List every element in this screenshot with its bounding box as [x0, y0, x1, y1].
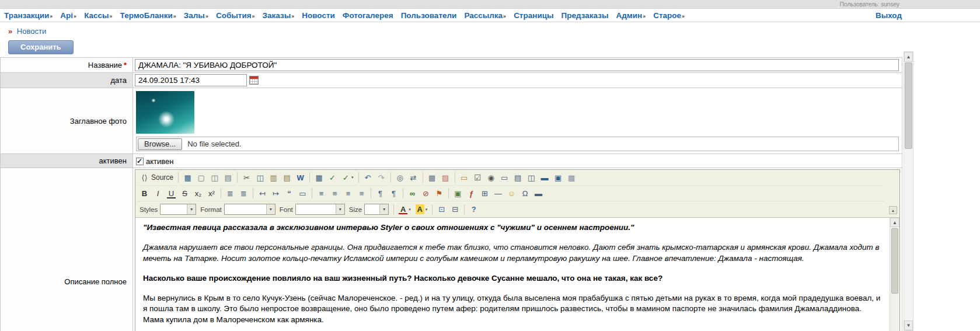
editor-content-body[interactable]: "Известная певица рассказала в эксклюзив… [135, 218, 890, 331]
editor-scrollbar-thumb[interactable] [891, 228, 898, 294]
button-field-button[interactable]: ▬ [539, 171, 551, 184]
bold-button[interactable]: B [138, 187, 151, 200]
format-combo-box[interactable]: ▾ [224, 204, 275, 215]
text-field-button[interactable]: ▭ [498, 171, 511, 184]
page-scrollbar-track[interactable] [904, 62, 913, 320]
anchor-button[interactable]: ⚑ [433, 187, 445, 200]
paste-word-button[interactable]: W [294, 171, 306, 184]
styles-combo-box[interactable]: ▾ [160, 204, 196, 215]
replace-button[interactable]: ⇄ [407, 171, 420, 184]
outdent-button[interactable]: ↤ [256, 187, 268, 200]
print-button[interactable]: ▦ [313, 171, 325, 184]
templates-button[interactable]: ▤ [222, 171, 234, 184]
about-button[interactable]: ? [468, 203, 480, 216]
editor-scroll-up-button[interactable]: ▲ [890, 218, 899, 227]
checkbox-field-button[interactable]: ☑ [472, 171, 484, 184]
source-button[interactable]: ⟨⟩Source [138, 171, 175, 184]
bg-color-button[interactable]: A▾ [414, 203, 430, 216]
chevron-down-icon[interactable]: ▾ [379, 204, 388, 214]
format-combo[interactable]: Format ▾ [200, 204, 275, 215]
smiley-button[interactable]: ☺ [505, 187, 518, 200]
nav-item-novosti[interactable]: Новости [302, 11, 335, 20]
create-div-button[interactable]: ▭ [297, 187, 309, 200]
spellcheck-button[interactable]: ✓ [326, 171, 339, 184]
nav-item-api[interactable]: Api» [60, 11, 76, 20]
chevron-down-icon[interactable]: ▾ [266, 204, 275, 214]
editor-scrollbar[interactable]: ▲ [890, 218, 899, 331]
text-color-button[interactable]: A▾ [397, 203, 413, 216]
nav-item-polzovateli[interactable]: Пользователи [401, 11, 457, 20]
textarea-field-button[interactable]: ▤ [512, 171, 524, 184]
nav-item-stranicy[interactable]: Страницы [514, 11, 553, 20]
calendar-icon[interactable] [249, 76, 259, 85]
image-button-field-button[interactable]: ▣ [552, 171, 564, 184]
font-combo[interactable]: Font ▾ [280, 204, 345, 215]
page-break-button[interactable]: ▬ [532, 187, 545, 200]
title-input[interactable] [135, 59, 899, 71]
cut-button[interactable]: ✂ [240, 171, 253, 184]
nav-item-staroe[interactable]: Старое» [653, 11, 685, 20]
link-button[interactable]: ∞ [406, 187, 418, 200]
nav-item-termoblanki[interactable]: ТермоБланки» [120, 11, 176, 20]
scayt-button[interactable]: ✓▾ [340, 171, 355, 184]
bulleted-list-button[interactable]: ≣ [238, 187, 250, 200]
nav-item-admin[interactable]: Админ» [616, 11, 646, 20]
styles-combo[interactable]: Styles ▾ [139, 204, 196, 215]
breadcrumb-link-news[interactable]: Новости [17, 27, 46, 36]
font-combo-box[interactable]: ▾ [295, 204, 345, 215]
flash-button[interactable]: ƒ [465, 187, 477, 200]
blockquote-button[interactable]: “ [283, 187, 295, 200]
bidi-ltr-button[interactable]: ¶ [374, 187, 386, 200]
save-doc-button[interactable]: ▦ [182, 171, 194, 184]
show-blocks-button[interactable]: ⊟ [449, 203, 461, 216]
redo-button[interactable]: ↷ [375, 171, 388, 184]
indent-button[interactable]: ↦ [270, 187, 282, 200]
subscript-button[interactable]: x₂ [192, 187, 204, 200]
page-scroll-down-button[interactable]: ▼ [904, 320, 913, 330]
table-button[interactable]: ⊞ [479, 187, 491, 200]
align-justify-button[interactable]: ≡ [355, 187, 368, 200]
superscript-button[interactable]: x² [205, 187, 218, 200]
page-scroll-up-button[interactable]: ▲ [904, 52, 913, 62]
nav-item-sobytiya[interactable]: События» [216, 11, 255, 20]
chevron-down-icon[interactable]: ▾ [336, 204, 344, 214]
logout-link[interactable]: Выход [876, 11, 902, 20]
file-input[interactable]: Browse... No file selected. [136, 137, 899, 151]
radio-field-button[interactable]: ◉ [485, 171, 497, 184]
hidden-field-button[interactable]: ▩ [566, 171, 578, 184]
find-button[interactable]: ◎ [394, 171, 406, 184]
bidi-rtl-button[interactable]: ¶ [388, 187, 400, 200]
date-input[interactable] [135, 74, 247, 86]
underline-button[interactable]: U [165, 187, 177, 200]
numbered-list-button[interactable]: ≣ [224, 187, 236, 200]
page-scrollbar-thumb[interactable] [905, 62, 912, 149]
insert-image-button[interactable]: ▣ [452, 187, 464, 200]
align-left-button[interactable]: ≡ [315, 187, 327, 200]
nav-item-predzakazy[interactable]: Предзаказы [562, 11, 609, 20]
strike-button[interactable]: S [179, 187, 191, 200]
remove-format-button[interactable]: ▨ [440, 171, 452, 184]
nav-item-kassy[interactable]: Кассы» [84, 11, 112, 20]
copy-button[interactable]: ◫ [254, 171, 266, 184]
chevron-down-icon[interactable]: ▾ [187, 204, 196, 214]
special-char-button[interactable]: Ω [519, 187, 531, 200]
form-button[interactable]: ▭ [458, 171, 470, 184]
active-checkbox[interactable] [136, 158, 144, 165]
nav-item-rassylka[interactable]: Рассылка» [464, 11, 506, 20]
nav-item-zaly[interactable]: Залы» [184, 11, 208, 20]
align-right-button[interactable]: ≡ [342, 187, 354, 200]
align-center-button[interactable]: ≡ [329, 187, 341, 200]
preview-button[interactable]: ◫ [208, 171, 221, 184]
size-combo-box[interactable]: ▾ [364, 204, 389, 215]
save-button[interactable]: Сохранить [8, 40, 74, 54]
horizontal-rule-button[interactable]: ― [492, 187, 504, 200]
nav-item-transactions[interactable]: Транзакции» [4, 11, 53, 20]
new-page-button[interactable]: ▢ [195, 171, 207, 184]
paste-button[interactable]: ▥ [267, 171, 280, 184]
page-scrollbar[interactable]: ▲ ▼ [904, 51, 913, 331]
browse-button[interactable]: Browse... [138, 138, 182, 150]
unlink-button[interactable]: ⊘ [420, 187, 432, 200]
paste-text-button[interactable]: ▤ [281, 171, 293, 184]
size-combo[interactable]: Size ▾ [349, 204, 389, 215]
nav-item-zakazy[interactable]: Заказы» [263, 11, 295, 20]
